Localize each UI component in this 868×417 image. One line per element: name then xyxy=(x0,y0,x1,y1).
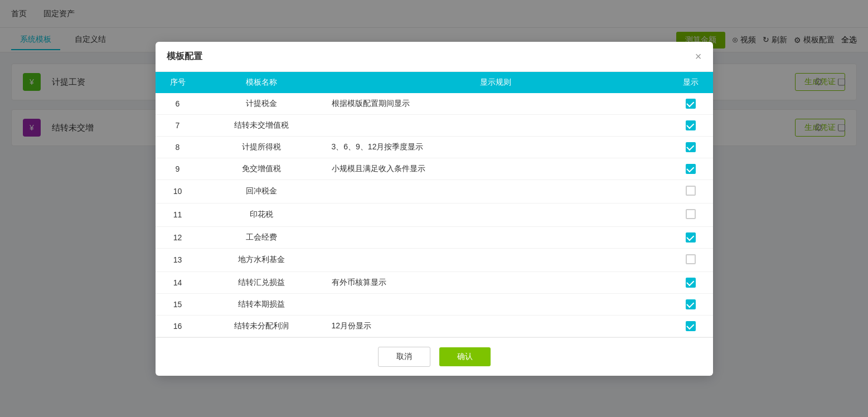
checkbox-4[interactable] xyxy=(686,186,696,196)
table-row: 13地方水利基金 xyxy=(156,248,713,271)
checkbox-9[interactable] xyxy=(686,299,696,309)
cell-check[interactable] xyxy=(668,271,713,293)
modal-body: 序号 模板名称 显示规则 显示 6计提税金根据模版配置期间显示7结转未交增值税8… xyxy=(156,72,713,337)
checkbox-8[interactable] xyxy=(686,278,696,288)
template-config-modal: 模板配置 × 序号 模板名称 显示规则 显示 6计提税金根据模版配置期间显示7结… xyxy=(156,42,713,376)
cell-seq: 6 xyxy=(156,93,200,115)
config-table: 序号 模板名称 显示规则 显示 6计提税金根据模版配置期间显示7结转未交增值税8… xyxy=(156,72,713,337)
cell-seq: 15 xyxy=(156,293,200,315)
cell-seq: 10 xyxy=(156,180,200,203)
cell-rule xyxy=(323,180,668,203)
cell-rule: 有外币核算显示 xyxy=(323,271,668,293)
cell-rule xyxy=(323,203,668,226)
table-row: 8计提所得税3、6、9、12月按季度显示 xyxy=(156,136,713,158)
cell-seq: 16 xyxy=(156,315,200,337)
table-row: 6计提税金根据模版配置期间显示 xyxy=(156,93,713,115)
cell-check[interactable] xyxy=(668,293,713,315)
cell-check[interactable] xyxy=(668,136,713,158)
table-row: 16结转未分配利润12月份显示 xyxy=(156,315,713,337)
table-row: 12工会经费 xyxy=(156,226,713,248)
modal-header: 模板配置 × xyxy=(156,42,713,72)
cell-rule xyxy=(323,114,668,136)
table-row: 9免交增值税小规模且满足收入条件显示 xyxy=(156,158,713,180)
cell-seq: 14 xyxy=(156,271,200,293)
cell-seq: 13 xyxy=(156,248,200,271)
cell-rule xyxy=(323,293,668,315)
cell-name: 回冲税金 xyxy=(200,180,323,203)
cell-seq: 9 xyxy=(156,158,200,180)
cell-check[interactable] xyxy=(668,158,713,180)
modal-close-button[interactable]: × xyxy=(695,51,702,62)
cancel-button[interactable]: 取消 xyxy=(378,347,430,367)
checkbox-2[interactable] xyxy=(686,142,696,152)
checkbox-1[interactable] xyxy=(686,120,696,130)
cell-check[interactable] xyxy=(668,226,713,248)
checkbox-7[interactable] xyxy=(686,254,696,264)
cell-seq: 12 xyxy=(156,226,200,248)
table-row: 10回冲税金 xyxy=(156,180,713,203)
cell-name: 结转未交增值税 xyxy=(200,114,323,136)
cell-seq: 8 xyxy=(156,136,200,158)
cell-check[interactable] xyxy=(668,315,713,337)
modal-overlay: 模板配置 × 序号 模板名称 显示规则 显示 6计提税金根据模版配置期间显示7结… xyxy=(0,0,868,417)
cell-name: 印花税 xyxy=(200,203,323,226)
cell-seq: 11 xyxy=(156,203,200,226)
cell-check[interactable] xyxy=(668,203,713,226)
modal-footer: 取消 确认 xyxy=(156,337,713,376)
col-display: 显示 xyxy=(668,72,713,93)
checkbox-0[interactable] xyxy=(686,99,696,109)
table-row: 15结转本期损益 xyxy=(156,293,713,315)
checkbox-3[interactable] xyxy=(686,164,696,174)
cell-name: 工会经费 xyxy=(200,226,323,248)
col-rule: 显示规则 xyxy=(323,72,668,93)
col-name: 模板名称 xyxy=(200,72,323,93)
checkbox-10[interactable] xyxy=(686,321,696,331)
cell-name: 地方水利基金 xyxy=(200,248,323,271)
cell-rule: 12月份显示 xyxy=(323,315,668,337)
cell-check[interactable] xyxy=(668,114,713,136)
cell-name: 结转汇兑损益 xyxy=(200,271,323,293)
cell-rule: 小规模且满足收入条件显示 xyxy=(323,158,668,180)
cell-check[interactable] xyxy=(668,93,713,115)
cell-rule: 根据模版配置期间显示 xyxy=(323,93,668,115)
cell-name: 结转未分配利润 xyxy=(200,315,323,337)
cell-name: 计提税金 xyxy=(200,93,323,115)
cell-seq: 7 xyxy=(156,114,200,136)
checkbox-6[interactable] xyxy=(686,232,696,243)
cell-rule: 3、6、9、12月按季度显示 xyxy=(323,136,668,158)
modal-title: 模板配置 xyxy=(167,51,202,62)
cell-name: 免交增值税 xyxy=(200,158,323,180)
table-row: 14结转汇兑损益有外币核算显示 xyxy=(156,271,713,293)
table-row: 11印花税 xyxy=(156,203,713,226)
cell-check[interactable] xyxy=(668,180,713,203)
cell-name: 计提所得税 xyxy=(200,136,323,158)
cell-check[interactable] xyxy=(668,248,713,271)
confirm-button[interactable]: 确认 xyxy=(439,347,491,366)
table-row: 7结转未交增值税 xyxy=(156,114,713,136)
cell-rule xyxy=(323,226,668,248)
checkbox-5[interactable] xyxy=(686,209,696,219)
cell-rule xyxy=(323,248,668,271)
cell-name: 结转本期损益 xyxy=(200,293,323,315)
table-header-row: 序号 模板名称 显示规则 显示 xyxy=(156,72,713,93)
col-seq: 序号 xyxy=(156,72,200,93)
